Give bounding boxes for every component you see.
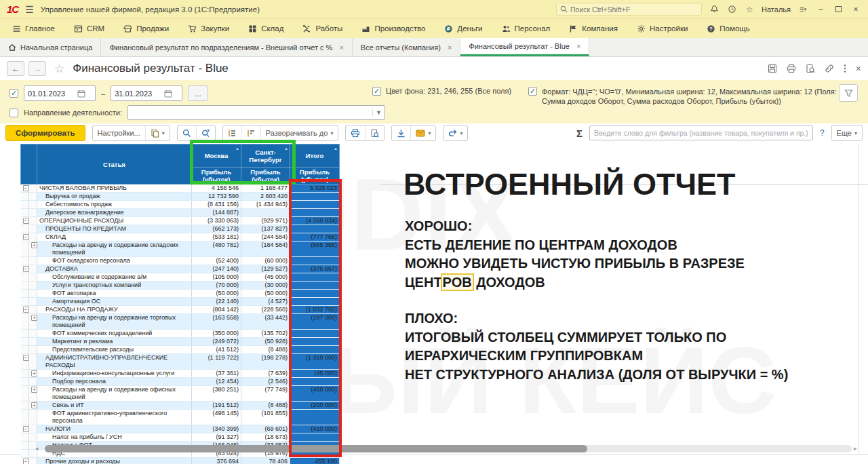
favorite-star-icon[interactable]: ☆ [54,62,64,76]
save-file-button[interactable] [392,125,410,140]
quick-filter-input[interactable] [589,125,813,140]
column-header-article[interactable]: Статья [37,144,192,185]
period-to-field[interactable] [111,85,182,101]
expand-marker[interactable]: + [31,242,37,248]
find-next-button[interactable] [196,125,215,140]
global-search[interactable] [556,3,702,16]
menu-item-production[interactable]: Производство [355,19,437,38]
tab-external-report[interactable]: Финансовый результат по подразделениям -… [101,38,352,56]
current-user[interactable]: Наталья [762,5,791,14]
collapse-marker[interactable]: − [23,234,29,240]
link-icon[interactable] [825,64,834,73]
save-icon[interactable] [768,64,777,73]
close-report-icon[interactable]: × [856,63,861,74]
generate-button[interactable]: Сформировать [5,125,85,141]
scrollbar-thumb[interactable] [45,445,587,452]
close-tab-icon[interactable]: × [339,43,343,52]
subcolumn-header-profit[interactable]: Прибыль (убыток) [241,168,290,185]
format-checkbox[interactable]: ✓ [528,87,537,96]
subcolumn-header-profit[interactable]: Прибыль (убыток) [192,168,241,185]
calendar-icon[interactable] [164,90,172,98]
collapse-marker[interactable]: − [23,266,29,272]
tab-all-reports[interactable]: Все отчеты (Компания) × [353,38,461,56]
horizontal-scrollbar[interactable] [45,445,852,452]
subcolumn-header-profit[interactable]: Прибыль (убыток) [290,168,340,185]
cell-spb: (45 000) [241,273,290,282]
more-actions-button[interactable]: Еще ▾ [832,125,862,140]
print-preview-button[interactable] [365,125,384,140]
filter-settings-button[interactable] [839,84,858,102]
global-search-input[interactable] [570,5,692,14]
cell-spb: (18 673) [241,433,290,442]
scroll-right-arrow[interactable]: ▸ [854,445,857,452]
menu-item-settings[interactable]: Настройки [630,19,700,38]
chevron-down-icon[interactable]: ▼ [372,109,384,116]
find-button[interactable] [178,125,196,140]
user-menu-icon[interactable]: ≡▾ [797,4,808,15]
close-tab-icon[interactable]: × [576,42,580,50]
expand-marker[interactable]: + [31,402,37,408]
minimize-button[interactable]: – [815,5,826,14]
money-icon: ₽ [444,24,453,33]
column-header-moscow[interactable]: Москва▲ [192,144,241,168]
main-menu-icon[interactable]: ☰ [25,4,34,15]
preview-icon[interactable] [806,64,815,73]
history-icon[interactable] [726,4,737,15]
table-row: +Связь и ИТ(191 512)(8 488)(200 000) [21,402,340,410]
collapse-levels-icon [228,129,237,138]
back-button[interactable]: ← [7,61,24,76]
send-email-button[interactable]: ▾ [410,125,435,140]
expand-marker[interactable]: + [31,370,37,376]
column-header-total[interactable]: Итого▲ [290,144,340,168]
expand-groups-button[interactable] [241,125,260,140]
collapse-marker[interactable]: − [23,307,29,313]
menu-item-warehouse[interactable]: Склад [241,19,296,38]
notifications-bell-icon[interactable] [709,4,719,15]
settings-button[interactable]: Настройки... [93,125,145,140]
direction-checkbox[interactable] [9,109,18,117]
close-tab-icon[interactable]: × [448,43,452,52]
collapse-marker[interactable]: − [23,355,29,361]
direction-select[interactable]: ▼ [127,105,385,120]
more-options-icon[interactable] [844,64,846,73]
forward-button[interactable]: → [28,61,46,76]
menu-item-main[interactable]: Главное [5,19,67,38]
period-from-field[interactable] [24,85,96,101]
column-header-spb[interactable]: Санкт-Петербург▲ [241,144,290,168]
menu-item-works[interactable]: Работы [296,19,355,38]
period-from-input[interactable] [24,90,77,98]
collapse-marker[interactable]: − [23,185,29,191]
restore-button[interactable] [833,5,844,14]
menu-item-crm[interactable]: CRM [67,19,117,38]
print-icon[interactable] [787,64,796,73]
bg-color-checkbox[interactable]: ✓ [372,87,381,96]
tab-financial-result-blue[interactable]: Финансовый результат - Blue × [460,38,589,56]
menu-item-money[interactable]: ₽ Деньги [437,19,494,38]
tab-home[interactable]: Начальная страница [0,38,101,56]
collapse-groups-button[interactable] [223,125,241,140]
menu-item-company[interactable]: Компания [562,19,630,38]
menu-item-staff[interactable]: Персонал [495,19,563,38]
expand-marker[interactable]: + [31,387,37,393]
period-to-input[interactable] [111,90,164,98]
period-checkbox[interactable]: ✓ [9,89,18,98]
help-link[interactable]: ? [820,128,825,138]
scroll-left-arrow[interactable]: ◂ [35,445,39,452]
tree-cell [29,185,37,193]
expand-to-button[interactable]: Разворачивать до ▾ [260,125,338,140]
expand-marker[interactable]: + [31,315,37,321]
calendar-icon[interactable] [77,90,85,98]
collapse-marker[interactable]: − [23,459,29,464]
print-button[interactable] [346,125,365,140]
favorites-star-icon[interactable]: ☆ [744,4,755,15]
collapse-marker[interactable]: − [23,218,29,224]
collapse-marker[interactable]: − [23,426,29,432]
report-variants-button[interactable]: ▾ [145,125,170,140]
menu-item-sales[interactable]: Продажи [117,19,181,38]
menu-item-help[interactable]: ? Помощь [700,19,762,38]
period-more-button[interactable]: ... [188,85,208,101]
decode-button[interactable]: ▾ [443,125,467,140]
menu-item-purchases[interactable]: Закупки [181,19,241,38]
close-window-button[interactable]: × [850,5,861,14]
sum-icon[interactable]: Σ [576,128,583,139]
